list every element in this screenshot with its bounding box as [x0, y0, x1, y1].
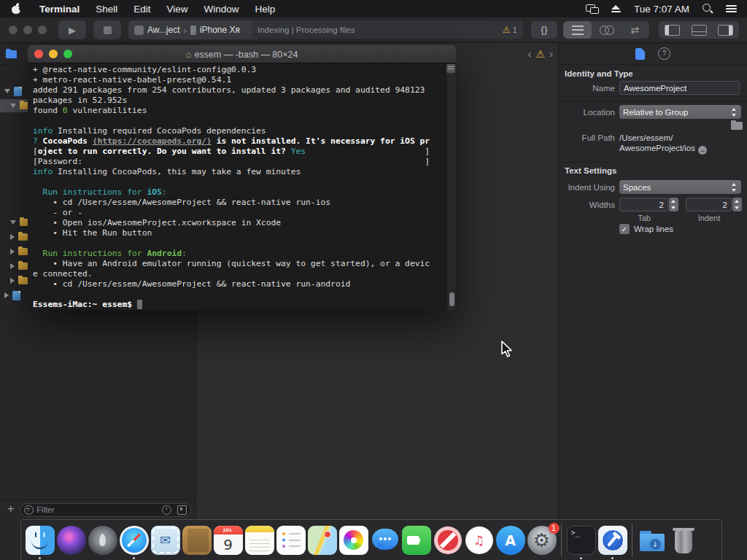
disclosure-triangle-icon[interactable]	[10, 263, 15, 269]
dock-reminders[interactable]	[275, 521, 306, 560]
dock-separator	[561, 524, 562, 556]
menu-view[interactable]: View	[159, 4, 196, 15]
disclosure-triangle-icon[interactable]	[10, 220, 16, 225]
dock-safari[interactable]	[118, 521, 150, 560]
scheme-name[interactable]: Aw...ject	[147, 25, 179, 35]
run-button[interactable]: ▶	[58, 20, 86, 39]
xcode-traffic-lights[interactable]	[9, 26, 53, 34]
stop-button[interactable]	[93, 20, 121, 39]
dock-separator	[632, 524, 632, 556]
indent-width-field[interactable]: 2	[686, 198, 732, 211]
filter-placeholder: Filter	[36, 505, 159, 514]
disclosure-triangle-icon[interactable]	[4, 89, 10, 93]
trash-rim	[673, 528, 694, 531]
help-inspector-tab-icon[interactable]: ?	[658, 47, 670, 60]
recent-files-icon[interactable]	[162, 505, 171, 515]
back-chevron-icon[interactable]: ‹	[527, 47, 531, 60]
calendar-icon: JUL9	[214, 526, 243, 555]
dock-settings[interactable]: ⚙1	[526, 521, 557, 560]
source-control-filter-icon[interactable]	[177, 505, 187, 515]
wrap-lines-checkbox[interactable]: ✓	[619, 224, 630, 234]
displays-icon[interactable]	[586, 4, 598, 13]
terminal-text[interactable]: + @react-native-community/eslint-config@…	[33, 65, 430, 310]
name-field[interactable]: AwesomeProject	[619, 81, 740, 95]
scheme-selector[interactable]: Aw...ject › iPhone Xʀ	[128, 20, 260, 39]
downloads-icon: ↓	[638, 526, 667, 555]
tab-width-field[interactable]: 2	[619, 198, 668, 211]
toggle-debug-area-button[interactable]	[686, 21, 713, 39]
apple-menu-icon[interactable]	[12, 4, 21, 14]
add-button[interactable]: +	[7, 502, 14, 516]
indent-using-select[interactable]: Spaces	[619, 180, 741, 194]
menu-bar-clock[interactable]: Tue 7:07 AM	[634, 4, 689, 15]
disclosure-triangle-icon[interactable]	[10, 104, 16, 108]
dock-contacts[interactable]	[181, 521, 212, 560]
menu-bar: TerminalShellEditViewWindowHelp Tue 7:07…	[0, 0, 747, 18]
dock-itunes[interactable]: ♫	[463, 521, 495, 560]
dock-finder[interactable]	[24, 521, 55, 560]
file-inspector-tab-icon[interactable]	[635, 48, 645, 60]
menu-shell[interactable]: Shell	[88, 4, 125, 15]
menu-edit[interactable]: Edit	[125, 4, 158, 15]
dock-messages[interactable]	[369, 521, 400, 560]
issue-warning-icon[interactable]: ⚠	[535, 48, 545, 60]
assistant-editor-button[interactable]	[592, 21, 620, 39]
split-pane-icon[interactable]	[446, 64, 455, 73]
standard-editor-button[interactable]	[563, 21, 592, 39]
terminal-app-icon: >_	[567, 526, 596, 555]
menu-window[interactable]: Window	[196, 4, 247, 15]
dock-calendar[interactable]: JUL9	[212, 521, 244, 560]
terminal-cursor	[137, 300, 142, 309]
disclosure-triangle-icon[interactable]	[10, 234, 15, 240]
select-arrows-icon	[731, 108, 738, 117]
dock-news[interactable]	[432, 521, 463, 560]
notification-center-icon[interactable]	[726, 5, 737, 13]
filter-field[interactable]: Filter	[20, 503, 191, 517]
downloads-glyph: ↓	[650, 539, 661, 550]
dock-downloads[interactable]: ↓	[636, 521, 667, 560]
forward-chevron-icon[interactable]: ›	[549, 47, 553, 60]
dock-photos[interactable]	[338, 521, 369, 560]
zoom-button[interactable]	[38, 26, 47, 34]
disclosure-triangle-icon[interactable]	[10, 278, 15, 284]
dock-xcode[interactable]	[597, 521, 628, 560]
filter-icon	[24, 505, 34, 515]
dock-appstore[interactable]: A	[495, 521, 526, 560]
location-select[interactable]: Relative to Group	[619, 105, 741, 119]
terminal-content[interactable]: + @react-native-community/eslint-config@…	[28, 63, 456, 310]
menu-help[interactable]: Help	[247, 4, 284, 15]
menu-terminal[interactable]: Terminal	[31, 4, 88, 15]
dock-trash[interactable]	[667, 521, 699, 560]
terminal-scrollbar[interactable]	[447, 63, 456, 310]
group-folder-icon	[18, 248, 28, 255]
terminal-line: • Hit the Run button	[33, 228, 430, 238]
close-button[interactable]	[9, 26, 18, 34]
dock-facetime[interactable]	[400, 521, 432, 560]
spotlight-search-icon[interactable]	[703, 4, 713, 14]
toggle-inspector-button[interactable]	[712, 21, 739, 39]
navigator-panel-icon	[665, 25, 680, 36]
dock-terminal-app[interactable]: >_	[565, 521, 597, 560]
indent-width-stepper[interactable]	[732, 198, 742, 211]
dock-notes[interactable]	[244, 521, 275, 560]
dock-maps[interactable]	[306, 521, 338, 560]
minimize-button[interactable]	[23, 26, 32, 34]
choose-folder-icon[interactable]	[731, 122, 743, 130]
disclosure-triangle-icon[interactable]	[10, 249, 15, 254]
destination-name[interactable]: iPhone Xʀ	[200, 25, 240, 35]
scrollbar-thumb[interactable]	[449, 292, 454, 306]
terminal-titlebar[interactable]: ⌂essem — -bash — 80×24	[28, 45, 456, 63]
running-indicator-dot	[580, 557, 582, 559]
dock-launchpad[interactable]	[87, 521, 118, 560]
code-review-button[interactable]: {}	[531, 21, 557, 39]
version-editor-button[interactable]: ⇄	[621, 21, 649, 39]
disclosure-triangle-icon[interactable]	[4, 292, 9, 298]
dock-siri[interactable]	[55, 521, 87, 560]
project-navigator-tab-icon[interactable]	[6, 50, 17, 58]
dock-mail[interactable]: ✉	[150, 521, 181, 560]
warning-counter[interactable]: ⚠ 1	[503, 25, 517, 35]
toggle-navigator-button[interactable]	[659, 21, 686, 39]
eject-icon[interactable]	[611, 5, 621, 13]
reveal-arrow-icon[interactable]: →	[698, 146, 707, 155]
tab-width-stepper[interactable]	[669, 198, 678, 211]
